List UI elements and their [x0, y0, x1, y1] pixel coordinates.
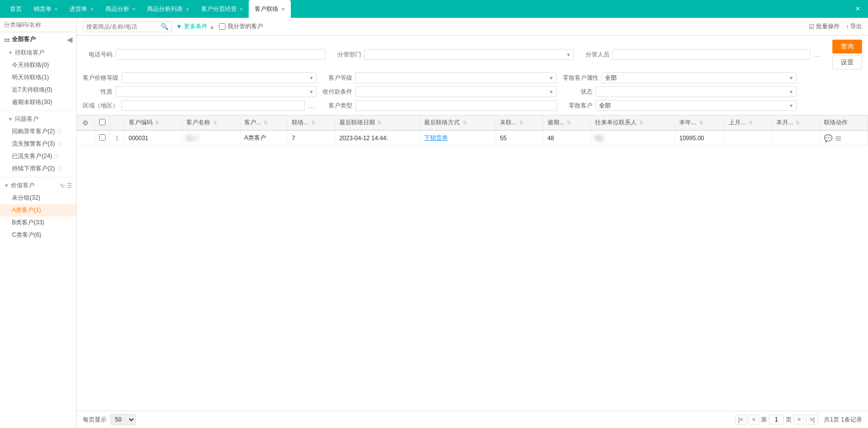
sidebar-search-input[interactable] — [4, 21, 77, 28]
close-product-analysis[interactable]: × — [132, 6, 135, 12]
main-search-icon[interactable]: 🔍 — [161, 23, 168, 30]
page-label: 第 — [761, 416, 767, 424]
col-this-month: 本月... ⇅ — [772, 115, 820, 130]
row-customer-name-cell: Ea ? — [182, 130, 240, 146]
export-btn[interactable]: ↑ 导出 — [846, 22, 862, 31]
sort-customer-type[interactable]: ⇅ — [264, 120, 268, 125]
filter-person-input[interactable] — [612, 49, 811, 60]
filter-status-label: 状态 — [563, 88, 593, 96]
sort-contact-count[interactable]: ⇅ — [311, 120, 315, 125]
sort-customer-name[interactable]: ⇅ — [213, 120, 217, 125]
sidebar-item-abnormal-repurchase[interactable]: 回购异常客户(2) ⓘ — [0, 125, 76, 138]
sidebar-item-overdue-contact[interactable]: 逾期未联络(30) — [0, 96, 76, 108]
sidebar-item-churned[interactable]: 已流失客户(24) ⓘ — [0, 150, 76, 162]
pagination: |< < 第 页 > >| 共1页 1条记录 — [735, 415, 862, 425]
help-icon-1[interactable]: ⓘ — [57, 128, 62, 135]
sidebar-item-declining[interactable]: 持续下滑客户(2) ⓘ — [0, 162, 76, 175]
filter-region-input[interactable] — [121, 100, 305, 111]
filter-customer-level-select[interactable] — [355, 72, 556, 83]
filter-panel: 电话号码 分管部门 ▼ 分管人员 … — [77, 36, 868, 115]
filter-price-level-label: 客户价格等级 — [83, 74, 118, 82]
close-product-analysis-list[interactable]: × — [186, 6, 189, 12]
col-no-contact: 未联... ⇅ — [495, 115, 543, 130]
value-customer-edit[interactable]: ☰ — [67, 182, 72, 189]
main-search-input[interactable] — [86, 23, 161, 30]
close-customer-contact[interactable]: × — [281, 6, 284, 12]
sort-overdue[interactable]: ⇅ — [567, 120, 571, 125]
top-navigation: 首页 销货单 × 进货单 × 商品分析 × 商品分析列表 × 客户分层经营 × … — [0, 0, 868, 18]
value-customer-group[interactable]: ▼ 价值客户 ↻ ☰ — [0, 179, 76, 192]
filter-customer-type-input[interactable] — [355, 100, 556, 111]
filter-retail-attr-select[interactable]: 全部 — [601, 72, 797, 83]
help-icon-2[interactable]: ⓘ — [57, 141, 62, 148]
nav-product-analysis[interactable]: 商品分析 × — [100, 0, 141, 18]
sidebar-item-7days-contact[interactable]: 近7天待联络(0) — [0, 84, 76, 96]
sort-last-month[interactable]: ⇅ — [749, 120, 753, 125]
filter-region-more[interactable]: … — [306, 102, 317, 109]
pending-contact-group[interactable]: ▼ 待联络客户 — [0, 47, 76, 59]
sort-this-year[interactable]: ⇅ — [699, 120, 703, 125]
col-customer-code: 客户编码 ⇅ — [124, 115, 182, 130]
value-customer-refresh[interactable]: ↻ — [60, 182, 65, 189]
sidebar-item-class-a[interactable]: A类客户(1) — [0, 204, 76, 216]
filter-person-more[interactable]: … — [812, 51, 822, 58]
per-page-select[interactable]: 50 100 200 — [110, 414, 136, 425]
problem-customer-group[interactable]: ▼ 问题客户 — [0, 113, 76, 125]
sidebar-item-churn-warning[interactable]: 流失预警客户(3) ⓘ — [0, 138, 76, 150]
row-num-cell: 1 — [109, 130, 124, 146]
filter-customer-level: 客户等级 ▼ — [323, 72, 556, 83]
close-customer-segmentation[interactable]: × — [240, 6, 243, 12]
last-page-btn[interactable]: >| — [806, 415, 818, 425]
nav-sales-order[interactable]: 销货单 × — [28, 0, 63, 18]
filter-phone-input[interactable] — [115, 49, 326, 60]
filter-price-level-select[interactable] — [121, 72, 317, 83]
sort-customer-code[interactable]: ⇅ — [155, 120, 159, 125]
batch-action-btn[interactable]: ☑ 批量操作 — [809, 22, 840, 31]
first-page-btn[interactable]: |< — [735, 415, 747, 425]
top-right-actions: ☑ 批量操作 ↑ 导出 — [809, 22, 862, 31]
nav-customer-segmentation[interactable]: 客户分层经营 × — [195, 0, 249, 18]
sort-last-contact-date[interactable]: ⇅ — [378, 120, 381, 125]
help-icon-3[interactable]: ⓘ — [54, 153, 59, 160]
close-all-tabs[interactable]: × — [852, 4, 864, 13]
help-icon-4[interactable]: ⓘ — [57, 165, 62, 172]
row-checkbox[interactable] — [99, 134, 106, 141]
filter-status-select[interactable] — [596, 86, 797, 97]
sort-this-month[interactable]: ⇅ — [796, 120, 800, 125]
more-filter-btn[interactable]: ▼ 更多条件 ▲ — [176, 22, 215, 31]
sidebar-item-today-contact[interactable]: 今天待联络(0) — [0, 59, 76, 71]
sidebar-item-class-c[interactable]: C类客户(6) — [0, 229, 76, 241]
query-button[interactable]: 查询 — [832, 40, 862, 54]
table-header-row: ⚙ 客户编码 ⇅ 客户名称 ⇅ — [77, 115, 868, 130]
page-input[interactable] — [769, 415, 784, 425]
nav-product-analysis-list[interactable]: 商品分析列表 × — [141, 0, 195, 18]
qrcode-action-icon[interactable]: ⊞ — [835, 134, 841, 142]
nav-customer-contact[interactable]: 客户联络 × — [249, 0, 290, 18]
filter-payment-label: 收付款条件 — [323, 88, 352, 96]
select-all-checkbox[interactable] — [99, 119, 106, 125]
all-customers-header[interactable]: ⚏ 全部客户 ◀ — [0, 32, 76, 47]
nav-home[interactable]: 首页 — [4, 0, 28, 18]
settings-button[interactable]: 设置 — [832, 55, 862, 69]
filter-nature-select[interactable] — [115, 86, 317, 97]
prev-page-btn[interactable]: < — [749, 415, 759, 425]
table-gear-icon[interactable]: ⚙ — [82, 119, 89, 127]
my-customer-checkbox[interactable] — [219, 23, 225, 30]
sort-no-contact[interactable]: ⇅ — [519, 120, 523, 125]
filter-retail-customer-select[interactable]: 全部 — [596, 100, 797, 111]
filter-dept-select[interactable] — [364, 49, 574, 60]
close-purchase-order[interactable]: × — [90, 6, 93, 12]
sidebar-collapse-btn[interactable]: ◀ — [67, 36, 72, 44]
close-sales-order[interactable]: × — [54, 6, 57, 12]
filter-dept-select-wrap: ▼ — [364, 49, 574, 60]
sort-unit-contact[interactable]: ⇅ — [639, 120, 643, 125]
sort-last-contact-method[interactable]: ⇅ — [463, 120, 467, 125]
filter-payment-select[interactable] — [355, 86, 556, 97]
chat-action-icon[interactable]: 💬 — [824, 134, 832, 142]
sidebar-item-class-b[interactable]: B类客户(33) — [0, 216, 76, 229]
sidebar-item-tomorrow-contact[interactable]: 明天待联络(1) — [0, 71, 76, 84]
nav-purchase-order[interactable]: 进货单 × — [63, 0, 99, 18]
sidebar-item-unclassified[interactable]: 未分组(32) — [0, 192, 76, 204]
next-page-btn[interactable]: > — [794, 415, 804, 425]
my-customer-check[interactable]: 我分管的客户 — [219, 22, 263, 31]
